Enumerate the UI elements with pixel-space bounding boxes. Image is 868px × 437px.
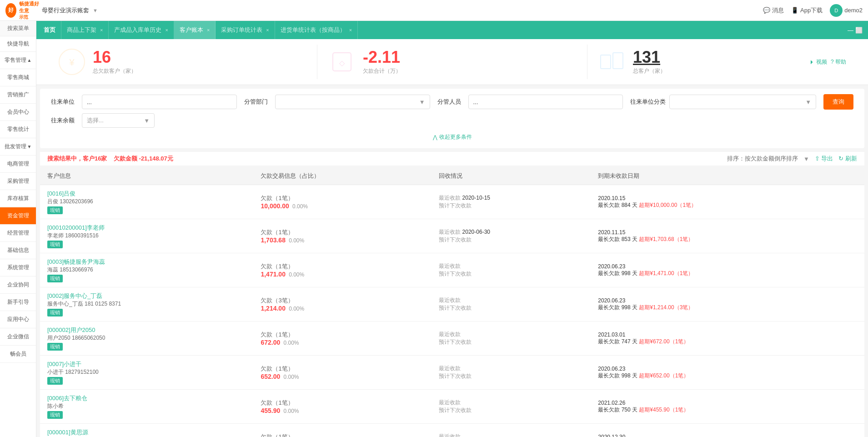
collapse-filter-btn[interactable]: ⋀ 收起更多条件 (51, 131, 853, 143)
filter-select-balance[interactable]: 选择... ▼ (82, 113, 155, 128)
close-tab-purchase-stats[interactable]: × (266, 27, 269, 33)
sidebar-item-basic-info[interactable]: 基础信息 (0, 242, 36, 259)
overdue-days: 最长欠款 998 天 超期¥652.00（1笔） (598, 372, 857, 380)
total-customers-label: 总客户（家） (633, 67, 666, 75)
sidebar-item-retail-mall[interactable]: 零售商城 (0, 69, 36, 86)
col-header-duedate: 到期未收款日期 (591, 167, 864, 185)
debt-amount-link[interactable]: 1,214.00 (261, 305, 286, 312)
table-row: [00010200001]李老师 李老师 18600391516 现销 欠款（1… (40, 219, 864, 253)
customer-name-link[interactable]: [00010200001]李老师 (47, 224, 105, 231)
customer-tag: 现销 (47, 275, 63, 282)
debt-count: 欠款（1笔） (261, 228, 424, 236)
debt-customers-value: 16 (93, 49, 136, 65)
maximize-btn[interactable]: ⬜ (855, 27, 863, 34)
debt-amount-link[interactable]: 652.00 (261, 373, 280, 380)
customer-name-link[interactable]: [000002]用户2050 (47, 326, 95, 333)
close-tab-customer-ledger[interactable]: × (207, 27, 210, 33)
sidebar-item-retail-mgmt[interactable]: 零售管理▲ (0, 52, 36, 69)
video-btn[interactable]: ⏵ 视频 (809, 58, 827, 66)
debt-count: 欠款（1笔） (261, 433, 424, 437)
filter-input-person[interactable]: ... (468, 95, 623, 109)
app-download-btn[interactable]: 📱 App下载 (791, 6, 823, 15)
search-menu[interactable]: 搜索菜单 (0, 21, 36, 36)
debt-total-icon: ◇ (328, 48, 356, 75)
sidebar-item-marketing[interactable]: 营销推广 (0, 86, 36, 104)
message-btn[interactable]: 💬 消息 (763, 6, 784, 15)
close-tab-production[interactable]: × (165, 27, 168, 33)
overdue-link[interactable]: 超期¥652.00（1笔） (639, 372, 689, 379)
overdue-link[interactable]: 超期¥1,703.68（1笔） (639, 236, 693, 242)
customer-name-link[interactable]: [0016]吕俊 (47, 190, 75, 197)
close-tab-products[interactable]: × (100, 27, 103, 33)
col-header-recovery: 回收情况 (431, 167, 591, 185)
help-btn[interactable]: ? 帮助 (831, 58, 846, 66)
user-avatar[interactable]: D demo2 (830, 4, 863, 17)
tab-incoming-stats[interactable]: 进货单统计表（按商品） × (275, 21, 358, 39)
due-date: 2020.11.15 (598, 229, 857, 236)
sidebar-item-operation[interactable]: 经营管理 (0, 225, 36, 242)
overdue-link[interactable]: 超期¥10,000.00（1笔） (639, 202, 697, 208)
customer-name-link[interactable]: [0006]去下粮仓 (47, 395, 87, 402)
sidebar-item-batch-mgmt[interactable]: 批发管理▼ (0, 138, 36, 156)
sidebar-item-system[interactable]: 系统管理 (0, 259, 36, 276)
customer-name-link[interactable]: [0002]服务中心_丁磊 (47, 292, 102, 299)
sidebar-item-guide[interactable]: 新手引导 (0, 294, 36, 311)
results-bar: 搜索结果中，客户16家 欠款金额 -21,148.07元 排序：按欠款金额倒序排… (40, 152, 864, 166)
debt-amount-link[interactable]: 1,703.68 (261, 236, 286, 244)
sidebar-item-inventory[interactable]: 库存核算 (0, 190, 36, 207)
close-tab-incoming-stats[interactable]: × (349, 27, 352, 33)
customer-phone: 李老师 18600391516 (47, 232, 246, 240)
overdue-link[interactable]: 超期¥1,471.00（1笔） (639, 270, 693, 276)
filter-select-category[interactable]: ▼ (669, 95, 816, 109)
table-row: [0006]去下粮仓 陈小希 现销 欠款（1笔） 455.90 0.00% 最近… (40, 390, 864, 424)
sidebar-item-retail-stats[interactable]: 零售统计 (0, 121, 36, 138)
debt-amount-link[interactable]: 1,471.00 (261, 271, 286, 278)
overdue-link[interactable]: 超期¥455.90（1笔） (639, 407, 689, 413)
debt-amount-link[interactable]: 455.90 (261, 407, 280, 414)
total-customers-icon (598, 48, 626, 75)
sidebar-item-app-center[interactable]: 应用中心 (0, 311, 36, 328)
customer-name-link[interactable]: [0007]小进干 (47, 361, 81, 367)
debt-amount-link[interactable]: 10,000.00 (261, 202, 289, 210)
overdue-link[interactable]: 超期¥672.00（1笔） (639, 338, 689, 345)
debt-percent: 0.00% (284, 340, 299, 346)
export-btn[interactable]: ⇧ 导出 (815, 155, 833, 163)
next-collection-info: 预计下次收款 (439, 270, 583, 278)
refresh-btn[interactable]: ↻ 刷新 (838, 155, 857, 163)
sidebar-item-wecom[interactable]: 企业微信 (0, 328, 36, 346)
next-collection-info: 预计下次收款 (439, 304, 583, 312)
filter-select-dept[interactable]: ▼ (275, 95, 430, 109)
recovery-info: 最近收款 (439, 331, 583, 338)
sidebar-item-purchase[interactable]: 采购管理 (0, 173, 36, 190)
customer-phone: 小进干 18279152100 (47, 368, 246, 376)
debt-customers-label: 总欠款客户（家） (93, 67, 136, 75)
minimize-btn[interactable]: — (848, 27, 853, 34)
results-summary: 搜索结果中，客户16家 (47, 155, 107, 162)
overdue-link[interactable]: 超期¥1,214.00（3笔） (639, 304, 693, 311)
tab-customer-ledger[interactable]: 客户账本 × (174, 21, 216, 39)
customer-name-link[interactable]: [000001]黄思源 (47, 429, 88, 436)
sidebar-item-finance[interactable]: 资金管理 (0, 207, 36, 225)
recovery-info: 最近收款 2020-06-30 (439, 228, 583, 236)
overdue-days: 最长欠款 747 天 超期¥672.00（1笔） (598, 338, 857, 346)
search-button[interactable]: 查询 (823, 94, 853, 110)
sidebar-item-vip[interactable]: 畅会员 (0, 346, 36, 363)
debt-amount-link[interactable]: 672.00 (261, 339, 280, 346)
quick-nav[interactable]: 快捷导航 (0, 36, 36, 52)
filter-input-unit[interactable]: ... (82, 95, 237, 109)
tab-production[interactable]: 产成品入库单历史 × (109, 21, 174, 39)
store-name: 母婴行业演示账套 (42, 6, 89, 15)
customer-phone: 服务中心_丁磊 181 0125 8371 (47, 300, 246, 308)
customer-tag: 现销 (47, 241, 63, 248)
overdue-days: 最长欠款 998 天 超期¥1,471.00（1笔） (598, 270, 857, 277)
tab-home[interactable]: 首页 (38, 21, 61, 39)
tab-purchase-stats[interactable]: 采购订单统计表 × (216, 21, 275, 39)
sidebar-item-member[interactable]: 会员中心 (0, 104, 36, 121)
sidebar-item-enterprise[interactable]: 企业协同 (0, 276, 36, 294)
customer-phone: 吕俊 13026203696 (47, 198, 246, 206)
customer-name-link[interactable]: [0003]畅捷服务尹海蕊 (47, 258, 105, 265)
debt-count: 欠款（1笔） (261, 331, 424, 339)
sidebar-item-ecommerce[interactable]: 电商管理 (0, 156, 36, 173)
recovery-info: 最近收款 2020-10-15 (439, 194, 583, 202)
tab-products[interactable]: 商品上下架 × (61, 21, 109, 39)
